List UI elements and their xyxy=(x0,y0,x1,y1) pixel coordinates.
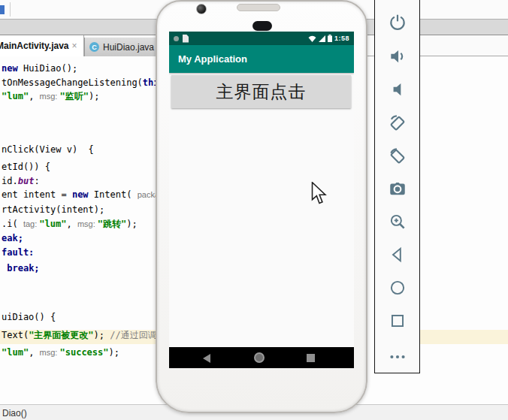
nav-home-icon[interactable] xyxy=(254,352,265,363)
wifi-icon xyxy=(308,35,316,42)
power-icon[interactable] xyxy=(388,13,407,32)
code-line[interactable]: nClick(View v) { xyxy=(2,144,94,158)
main-screen-button[interactable]: 主界面点击 xyxy=(171,75,351,108)
notification-dot-icon xyxy=(174,36,179,41)
volume-up-icon[interactable] xyxy=(388,47,407,66)
screenshot-camera-icon[interactable] xyxy=(388,179,407,198)
screenshot-root: MainActivity.java × C HuiDiao.java new H… xyxy=(0,0,508,420)
tab-huidiao[interactable]: C HuiDiao.java xyxy=(84,38,156,56)
partial-icon xyxy=(389,0,406,2)
code-line[interactable]: ent intent = new Intent( packageCo xyxy=(2,189,179,203)
class-icon: C xyxy=(89,42,99,52)
signal-icon xyxy=(319,35,325,42)
battery-icon xyxy=(328,35,332,42)
code-line[interactable]: .i( tag: "lum", msg: "跳转"); xyxy=(2,218,138,232)
zoom-icon[interactable] xyxy=(388,212,407,231)
back-icon[interactable] xyxy=(388,245,407,264)
code-line[interactable]: break; xyxy=(2,262,40,276)
ide-icon-fragment xyxy=(0,5,5,14)
code-line[interactable]: etId()) { xyxy=(2,161,50,175)
home-icon[interactable] xyxy=(388,278,407,298)
usb-debug-icon xyxy=(183,35,189,43)
emulator-toolbar xyxy=(374,0,420,373)
code-line[interactable]: uiDiao() { xyxy=(2,311,56,325)
code-line[interactable]: "lum", msg: "success"); xyxy=(2,346,119,361)
more-icon[interactable] xyxy=(388,347,407,367)
code-line[interactable]: eak; xyxy=(2,232,23,246)
tab-label: MainActivity.java xyxy=(0,41,68,51)
code-line[interactable]: Text("主界面被更改"); //通过回调 xyxy=(2,329,157,343)
tab-mainactivity[interactable]: MainActivity.java × xyxy=(0,35,84,56)
nav-overview-icon[interactable] xyxy=(307,354,315,362)
emulator-phone-window: 1:58 My Application 主界面点击 xyxy=(156,0,367,413)
front-camera xyxy=(196,4,207,14)
breadcrumb[interactable]: Diao() xyxy=(2,408,27,418)
status-bar: 1:58 xyxy=(169,32,354,45)
clock: 1:58 xyxy=(334,35,349,42)
code-line[interactable]: "lum", msg: "监听"); xyxy=(2,90,99,104)
earpiece xyxy=(252,21,272,31)
tab-close-icon[interactable]: × xyxy=(71,41,77,51)
app-title: My Application xyxy=(178,53,247,65)
rotate-left-icon[interactable] xyxy=(388,113,407,132)
code-line[interactable]: fault: xyxy=(2,246,34,261)
caret-line-highlight xyxy=(419,330,508,344)
volume-down-icon[interactable] xyxy=(388,80,407,99)
rotate-right-icon[interactable] xyxy=(388,146,407,165)
android-nav-bar xyxy=(169,347,354,368)
nav-back-icon[interactable] xyxy=(203,354,210,363)
device-screen[interactable]: 1:58 My Application 主界面点击 xyxy=(169,32,354,368)
speaker-slot xyxy=(237,4,280,11)
code-line[interactable]: new HuiDiao(); xyxy=(2,62,77,77)
code-line[interactable]: rtActivity(intent); xyxy=(2,204,104,218)
overview-icon[interactable] xyxy=(388,311,407,331)
tab-label: HuiDiao.java xyxy=(103,42,154,53)
app-bar: My Application xyxy=(169,45,354,73)
code-line[interactable]: id.but: xyxy=(2,175,40,189)
toolbar-divider xyxy=(10,2,11,17)
